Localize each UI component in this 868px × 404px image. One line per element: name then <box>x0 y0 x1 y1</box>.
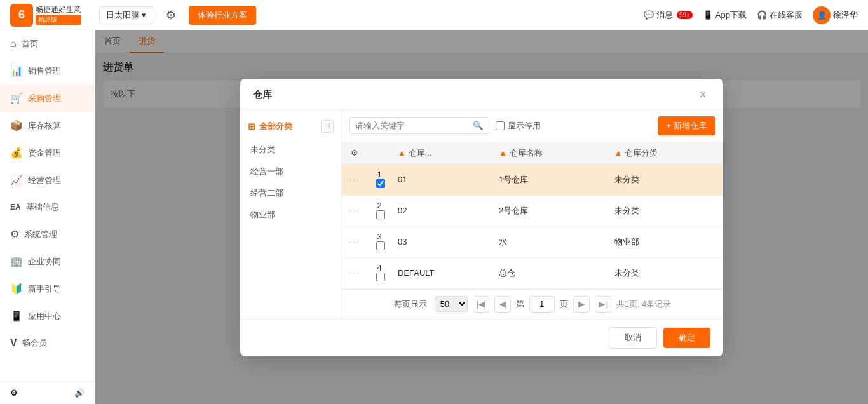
content: 首页 进货 进货单 按以下 仓库 × <box>95 30 868 404</box>
sidebar-item-apps[interactable]: 📱 应用中心 <box>0 302 95 330</box>
sidebar-label-finance: 资金管理 <box>28 147 61 159</box>
search-input[interactable] <box>350 118 468 133</box>
app-label: App下载 <box>715 10 747 21</box>
add-warehouse-button[interactable]: + 新增仓库 <box>658 116 715 135</box>
warehouse-data-table: ⚙ ▲ 仓库... ▲ 仓库名称 <box>342 142 723 289</box>
sort-icon2: ▲ <box>499 148 507 158</box>
sidebar-label-newbie: 新手引导 <box>28 283 61 295</box>
table-row[interactable]: ··· 4 DEFAULT 总仓 未分类 <box>342 257 723 288</box>
settings-icon[interactable]: ⚙ <box>161 5 181 25</box>
row-checkbox[interactable] <box>376 241 385 250</box>
warehouse-modal: 仓库 × ⊞ 全部分类 《 未分类 <box>240 79 723 356</box>
operations-icon: 📈 <box>10 174 23 186</box>
member-icon: V <box>10 337 17 349</box>
row-code: 02 <box>391 195 492 226</box>
pagination: 每页显示 50 100 200 |◀ ◀ 第 页 ▶ <box>342 289 723 319</box>
modal-right-panel: 🔍 显示停用 + 新增仓库 <box>342 110 723 319</box>
category-item-property[interactable]: 物业部 <box>240 204 341 226</box>
row-checkbox[interactable] <box>376 210 385 219</box>
page-number-input[interactable] <box>529 296 555 313</box>
sidebar-label-home: 首页 <box>22 38 38 50</box>
message-item[interactable]: 💬 消息 99+ <box>644 10 693 21</box>
sidebar-item-system[interactable]: ⚙ 系统管理 <box>0 220 95 248</box>
category-all[interactable]: ⊞ 全部分类 <box>248 121 292 132</box>
home-icon: ⌂ <box>10 38 17 50</box>
sidebar-label-operations: 经营管理 <box>28 175 61 186</box>
sidebar-item-home[interactable]: ⌂ 首页 <box>0 30 95 57</box>
collapse-button[interactable]: 《 <box>321 120 334 133</box>
system-icon: ⚙ <box>10 228 19 240</box>
search-input-wrap: 🔍 <box>349 117 489 134</box>
purchase-icon: 🛒 <box>10 92 23 104</box>
sidebar-item-newbie[interactable]: 🔰 新手引导 <box>0 275 95 302</box>
sidebar-item-sales[interactable]: 📊 销售管理 <box>0 57 95 84</box>
newbie-icon: 🔰 <box>10 283 23 295</box>
category-item-operations1[interactable]: 经营一部 <box>240 161 341 182</box>
per-page-select[interactable]: 50 100 200 <box>435 296 468 312</box>
sidebar-item-operations[interactable]: 📈 经营管理 <box>0 166 95 194</box>
th-code: ▲ 仓库... <box>391 142 492 165</box>
logo: 6 畅捷通好生意 精品版 <box>10 4 86 27</box>
settings-bottom-icon[interactable]: ⚙ <box>10 388 18 398</box>
table-row[interactable]: ··· 3 03 水 物业部 <box>342 226 723 257</box>
topbar-right: 💬 消息 99+ 📱 App下载 🎧 在线客服 👤 徐泽华 <box>644 6 858 24</box>
row-name: 总仓 <box>492 257 607 288</box>
row-category: 物业部 <box>608 226 723 257</box>
grid-icon: ⊞ <box>248 121 255 131</box>
brand-name: 畅捷通好生意 <box>36 5 81 15</box>
table-row[interactable]: ··· 1 01 1号仓库 未分类 <box>342 164 723 195</box>
sidebar-item-enterprise[interactable]: 🏢 企业协同 <box>0 248 95 275</box>
row-name: 2号仓库 <box>492 195 607 226</box>
table-row[interactable]: ··· 2 02 2号仓库 未分类 <box>342 195 723 226</box>
user-item[interactable]: 👤 徐泽华 <box>813 6 858 24</box>
sidebar-label-member: 畅会员 <box>22 337 47 349</box>
sidebar-item-inventory[interactable]: 📦 库存核算 <box>0 112 95 139</box>
row-number: 2 <box>377 201 381 210</box>
sidebar-item-basics[interactable]: EA 基础信息 <box>0 194 95 220</box>
per-page-label: 每页显示 <box>394 299 427 310</box>
topbar: 6 畅捷通好生意 精品版 日太阳膜 ▾ ⚙ 体验行业方案 💬 消息 99+ 📱 … <box>0 0 868 30</box>
sidebar-item-member[interactable]: V 畅会员 <box>0 330 95 356</box>
row-options-icon[interactable]: ··· <box>349 268 360 278</box>
sidebar-item-purchase[interactable]: 🛒 采购管理 <box>0 84 95 112</box>
show-disabled-label: 显示停用 <box>508 120 541 131</box>
trial-button[interactable]: 体验行业方案 <box>189 6 256 25</box>
last-page-button[interactable]: ▶| <box>595 296 611 313</box>
logo-icon: 6 <box>10 4 33 27</box>
mobile-icon: 📱 <box>703 10 713 20</box>
cancel-button[interactable]: 取消 <box>609 327 657 349</box>
category-item-unclassified[interactable]: 未分类 <box>240 139 341 161</box>
confirm-button[interactable]: 确定 <box>663 328 710 348</box>
row-checkbox[interactable] <box>376 273 385 281</box>
audio-icon[interactable]: 🔊 <box>74 388 85 398</box>
modal-footer: 取消 确定 <box>240 319 723 356</box>
category-item-operations2[interactable]: 经营二部 <box>240 182 341 204</box>
row-no-cell: 4 <box>367 257 391 288</box>
sidebar-bottom: ⚙ 🔊 <box>0 381 95 404</box>
sidebar-item-finance[interactable]: 💰 资金管理 <box>0 139 95 166</box>
row-checkbox[interactable] <box>376 179 385 188</box>
row-number: 3 <box>377 232 381 241</box>
search-button[interactable]: 🔍 <box>468 118 489 133</box>
show-disabled-checkbox[interactable] <box>496 121 505 130</box>
prev-page-button[interactable]: ◀ <box>494 296 511 313</box>
company-selector[interactable]: 日太阳膜 ▾ <box>99 6 153 24</box>
inventory-icon: 📦 <box>10 119 23 131</box>
table-header-row: ⚙ ▲ 仓库... ▲ 仓库名称 <box>342 142 723 165</box>
first-page-button[interactable]: |◀ <box>473 296 489 313</box>
brand-badge: 精品版 <box>36 15 81 25</box>
row-dots-cell: ··· <box>342 195 367 226</box>
row-options-icon[interactable]: ··· <box>349 237 360 246</box>
row-code: 01 <box>391 164 492 195</box>
app-download-item[interactable]: 📱 App下载 <box>703 10 747 21</box>
row-options-icon[interactable]: ··· <box>349 206 360 215</box>
row-options-icon[interactable]: ··· <box>349 175 360 184</box>
warehouse-table: ⚙ ▲ 仓库... ▲ 仓库名称 <box>342 142 723 289</box>
modal-close-button[interactable]: × <box>695 88 710 103</box>
enterprise-icon: 🏢 <box>10 255 23 267</box>
service-item[interactable]: 🎧 在线客服 <box>757 10 803 21</box>
next-page-button[interactable]: ▶ <box>573 296 590 313</box>
message-icon: 💬 <box>644 10 654 20</box>
page-unit: 页 <box>560 299 568 310</box>
row-no-cell: 2 <box>367 195 391 226</box>
